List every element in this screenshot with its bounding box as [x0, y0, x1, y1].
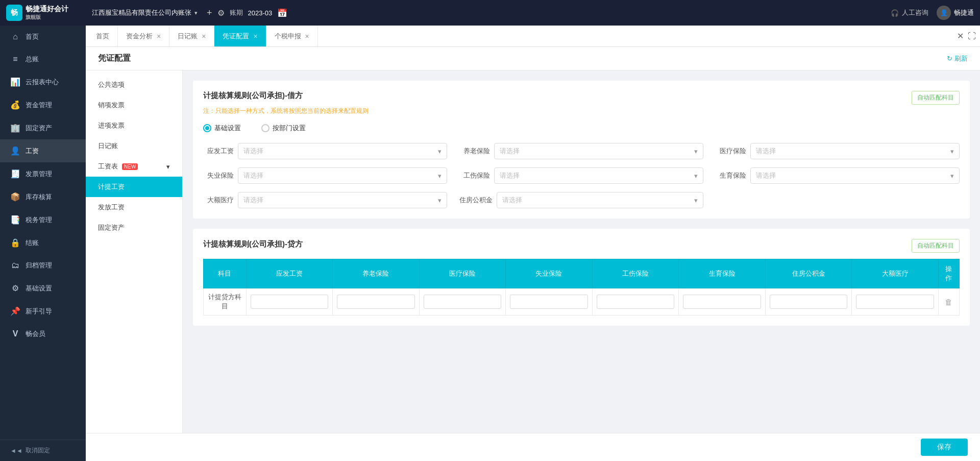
input-credit-shengyu[interactable]: [683, 295, 761, 309]
tab-voucher-close[interactable]: ×: [253, 32, 257, 40]
sidebar-label-inventory: 库存核算: [26, 192, 52, 202]
select-zhufang[interactable]: 请选择 ▾: [497, 192, 703, 208]
sidebar-item-ledger[interactable]: ≡ 总账: [0, 48, 86, 70]
cancel-pin-label: 取消固定: [26, 446, 50, 455]
select-daeyi[interactable]: 请选择 ▾: [238, 192, 447, 208]
left-menu-payout[interactable]: 发放工资: [86, 197, 182, 217]
input-credit-daeyi[interactable]: [856, 295, 934, 309]
left-menu-payroll-table[interactable]: 工资表 NEW ▾: [86, 156, 182, 177]
sidebar-item-home[interactable]: ⌂ 首页: [0, 26, 86, 48]
field-yanglao: 养老保险 请选择 ▾: [459, 143, 703, 159]
tab-voucher-label: 凭证配置: [223, 32, 249, 41]
tab-journal[interactable]: 日记账 ×: [169, 26, 214, 46]
left-menu-sales[interactable]: 销项发票: [86, 95, 182, 115]
tab-tax[interactable]: 个税申报 ×: [266, 26, 318, 46]
main-layout: ⌂ 首页 ≡ 总账 📊 云报表中心 💰 资金管理 🏢 固定资产 👤 工资: [0, 26, 980, 461]
label-yingfa: 应发工资: [203, 147, 234, 156]
home-icon: ⌂: [10, 32, 20, 41]
left-menu-purchase[interactable]: 进项发票: [86, 115, 182, 136]
sidebar-item-fixed[interactable]: 🏢 固定资产: [0, 116, 86, 139]
left-menu-fixed-assets[interactable]: 固定资产: [86, 217, 182, 238]
sidebar-item-reports[interactable]: 📊 云报表中心: [0, 70, 86, 93]
add-button[interactable]: +: [207, 8, 212, 18]
sidebar-item-tax[interactable]: 📑 税务管理: [0, 208, 86, 231]
left-menu-journal[interactable]: 日记账: [86, 136, 182, 156]
user-area[interactable]: 👤 畅捷通: [937, 6, 974, 20]
select-yiliao-placeholder: 请选择: [756, 147, 776, 156]
select-shengyu[interactable]: 请选择 ▾: [750, 167, 960, 184]
input-credit-yanglao[interactable]: [337, 295, 415, 309]
vip-icon: V: [10, 329, 20, 338]
select-yanglao-placeholder: 请选择: [500, 147, 520, 156]
delete-row-icon[interactable]: 🗑: [945, 298, 952, 306]
bottom-bar: 保存: [86, 433, 980, 461]
cell-yiliao: [419, 288, 506, 316]
tab-fund-close[interactable]: ×: [157, 32, 161, 40]
table-header-row: 科目 应发工资 养老保险 医疗保险 失业保险 工伤保险 生育保险 住房公积金 大…: [204, 259, 960, 288]
select-shiye[interactable]: 请选择 ▾: [238, 167, 447, 184]
input-credit-yiliao[interactable]: [424, 295, 502, 309]
sidebar-label-guide: 新手引导: [26, 307, 52, 316]
debit-auto-match-button[interactable]: 自动匹配科目: [912, 91, 960, 105]
left-menu-public[interactable]: 公共选项: [86, 75, 182, 95]
tab-voucher[interactable]: 凭证配置 ×: [214, 26, 266, 46]
logo-text: 畅捷通好会计 旗舰版: [26, 5, 68, 21]
sidebar-item-vip[interactable]: V 畅会员: [0, 323, 86, 345]
credit-auto-match-button[interactable]: 自动匹配科目: [912, 239, 960, 253]
select-gongshang[interactable]: 请选择 ▾: [494, 167, 703, 184]
sidebar-label-tax: 税务管理: [26, 215, 52, 225]
sidebar-item-invoice[interactable]: 🧾 发票管理: [0, 162, 86, 185]
field-shengyu: 生育保险 请选择 ▾: [716, 167, 960, 184]
select-yingfa[interactable]: 请选择 ▾: [238, 143, 447, 159]
refresh-button[interactable]: ↻ 刷新: [947, 54, 968, 63]
cell-shiye: [506, 288, 593, 316]
invoice-icon: 🧾: [10, 169, 20, 179]
sidebar-item-salary[interactable]: 👤 工资: [0, 139, 86, 162]
input-credit-gongshang[interactable]: [597, 295, 675, 309]
col-header-shengyu: 生育保险: [679, 259, 766, 288]
sidebar: ⌂ 首页 ≡ 总账 📊 云报表中心 💰 资金管理 🏢 固定资产 👤 工资: [0, 26, 86, 461]
sidebar-label-fixed: 固定资产: [26, 124, 52, 133]
tax-icon: 📑: [10, 215, 20, 225]
service-label: 人工咨询: [902, 8, 928, 17]
select-yanglao[interactable]: 请选择 ▾: [494, 143, 703, 159]
input-credit-zhufang[interactable]: [770, 295, 848, 309]
company-chevron-icon: ▾: [194, 10, 198, 16]
cell-action: 🗑: [938, 288, 959, 316]
label-shiye: 失业保险: [203, 171, 234, 180]
top-bar-actions: 🎧 人工咨询 👤 畅捷通: [891, 6, 974, 20]
tab-fund[interactable]: 资金分析 ×: [118, 26, 169, 46]
tab-tax-close[interactable]: ×: [305, 32, 309, 40]
sidebar-item-fund[interactable]: 💰 资金管理: [0, 93, 86, 116]
page-header: 凭证配置 ↻ 刷新: [86, 47, 980, 70]
period-value: 2023-03: [248, 9, 273, 17]
settings-icon[interactable]: ⚙: [217, 8, 225, 18]
radio-dept[interactable]: 按部门设置: [261, 124, 306, 133]
sidebar-item-guide[interactable]: 📌 新手引导: [0, 300, 86, 323]
field-gongshang: 工伤保险 请选择 ▾: [459, 167, 703, 184]
calendar-icon[interactable]: 📅: [277, 8, 287, 18]
company-selector[interactable]: 江西服宝精品有限责任公司内账张 ▾: [88, 6, 202, 19]
radio-basic-label: 基础设置: [214, 124, 241, 133]
save-button[interactable]: 保存: [921, 439, 968, 456]
cancel-pin-button[interactable]: ◄◄ 取消固定: [0, 440, 86, 461]
tab-home[interactable]: 首页: [88, 26, 118, 46]
expand-icon[interactable]: ⛶: [968, 32, 976, 41]
tab-home-label: 首页: [96, 32, 109, 41]
radio-basic[interactable]: 基础设置: [203, 124, 241, 133]
sidebar-item-closing[interactable]: 🔒 结账: [0, 231, 86, 254]
close-tab-icon[interactable]: ✕: [957, 31, 964, 41]
closing-icon: 🔒: [10, 238, 20, 248]
service-button[interactable]: 🎧 人工咨询: [891, 8, 928, 17]
sidebar-item-inventory[interactable]: 📦 库存核算: [0, 185, 86, 208]
input-credit-yingfa[interactable]: [251, 295, 329, 309]
sidebar-label-vip: 畅会员: [26, 329, 45, 338]
ledger-icon: ≡: [10, 55, 20, 64]
sidebar-item-settings[interactable]: ⚙ 基础设置: [0, 277, 86, 300]
select-yiliao[interactable]: 请选择 ▾: [750, 143, 960, 159]
tab-journal-close[interactable]: ×: [202, 32, 206, 40]
sidebar-item-archive[interactable]: 🗂 归档管理: [0, 254, 86, 277]
left-menu-accrual[interactable]: 计提工资: [86, 177, 182, 197]
tab-bar-right: ✕ ⛶: [953, 26, 980, 46]
input-credit-shiye[interactable]: [510, 295, 588, 309]
